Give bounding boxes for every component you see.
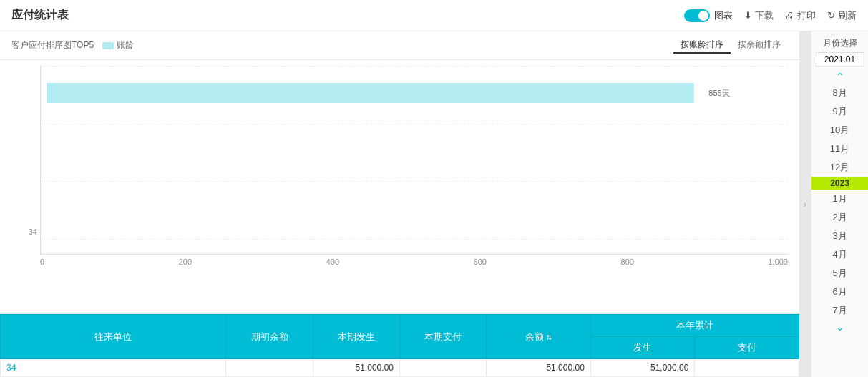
sidebar: 月份选择 ⌃ 8月 9月 10月 11月 12月 2023 1月 2月 3月 4… xyxy=(811,31,868,377)
col-payment-header: 本期支付 xyxy=(399,315,486,359)
x-axis: 0 200 400 600 800 1,000 xyxy=(11,255,788,266)
download-icon: ⬇ xyxy=(744,10,752,21)
print-icon: 🖨 xyxy=(785,10,794,21)
download-label: 下载 xyxy=(755,9,774,22)
y-axis: 34 xyxy=(11,66,40,255)
sidebar-title: 月份选择 xyxy=(823,37,857,49)
cell-opening xyxy=(226,359,313,377)
x-label-0: 0 xyxy=(40,258,44,266)
bars-container: 856天 xyxy=(41,73,788,240)
balance-sort-icon[interactable]: ⇅ xyxy=(546,333,552,341)
legend-label-2: 账龄 xyxy=(117,39,134,52)
month-item-9[interactable]: 9月 xyxy=(811,102,868,121)
sidebar-toggle-icon: › xyxy=(804,200,806,210)
x-label-200: 200 xyxy=(179,258,192,266)
cell-balance: 51,000.00 xyxy=(487,359,591,377)
month-list: 8月 9月 10月 11月 12月 2023 1月 2月 3月 4月 5月 6月… xyxy=(811,84,868,320)
chart-plot: 856天 xyxy=(40,66,788,255)
bar-chart: 34 85 xyxy=(11,66,788,266)
chart-legend: 客户应付排序图TOP5 账龄 xyxy=(11,39,134,52)
month-item-7[interactable]: 7月 xyxy=(811,301,868,320)
x-label-600: 600 xyxy=(474,258,487,266)
bar-end-label-1: 856天 xyxy=(708,88,729,99)
col-ytd-occ-header: 发生 xyxy=(590,337,695,359)
legend-item-2: 账龄 xyxy=(102,39,134,52)
y-label-34: 34 xyxy=(29,223,37,240)
month-item-4[interactable]: 4月 xyxy=(811,245,868,264)
col-occurrence-header: 本期发生 xyxy=(313,315,399,359)
col-ytd-header: 本年累计 xyxy=(590,315,799,337)
legend-item-1: 客户应付排序图TOP5 xyxy=(11,39,94,52)
col-balance-header: 余额 ⇅ xyxy=(487,315,591,359)
refresh-label: 刷新 xyxy=(838,9,857,22)
chart-toggle-label: 图表 xyxy=(714,9,733,22)
table-section: 往来单位 期初余额 本期发生 本期支付 余额 ⇅ 本年累计 发生 xyxy=(0,313,799,377)
sidebar-toggle[interactable]: › xyxy=(799,31,811,377)
month-item-3[interactable]: 3月 xyxy=(811,227,868,245)
refresh-button[interactable]: ↻ 刷新 xyxy=(827,9,857,22)
x-label-800: 800 xyxy=(621,258,634,266)
print-button[interactable]: 🖨 打印 xyxy=(785,9,816,22)
sort-tab-balance[interactable]: 按余额排序 xyxy=(731,37,788,54)
sort-tab-age[interactable]: 按账龄排序 xyxy=(673,37,731,54)
cell-unit: 34 xyxy=(1,359,226,377)
bar-row-1: 856天 xyxy=(47,79,782,107)
table-row: 34 51,000.00 51,000.00 51,000.00 xyxy=(1,359,799,377)
col-unit-header: 往来单位 xyxy=(1,315,226,359)
col-opening-header: 期初余额 xyxy=(226,315,313,359)
month-item-8[interactable]: 8月 xyxy=(811,84,868,102)
month-item-12[interactable]: 12月 xyxy=(811,158,868,177)
sidebar-down-arrow[interactable]: ⌄ xyxy=(833,320,847,334)
data-table: 往来单位 期初余额 本期发生 本期支付 余额 ⇅ 本年累计 发生 xyxy=(0,314,799,377)
col-ytd-pay-header: 支付 xyxy=(695,337,799,359)
chart-canvas: 34 85 xyxy=(0,60,799,313)
month-item-5[interactable]: 5月 xyxy=(811,264,868,283)
sidebar-up-arrow[interactable]: ⌃ xyxy=(833,69,847,84)
cell-ytd-occ: 51,000.00 xyxy=(590,359,695,377)
x-label-400: 400 xyxy=(326,258,339,266)
chart-toggle-switch[interactable] xyxy=(684,9,710,22)
legend-color-2 xyxy=(102,42,114,49)
page-title: 应付统计表 xyxy=(11,8,69,23)
chart-toggle-group[interactable]: 图表 xyxy=(684,9,733,22)
legend-label-1: 客户应付排序图TOP5 xyxy=(11,39,94,52)
bar-fill-1: 856天 xyxy=(47,83,694,103)
month-item-2[interactable]: 2月 xyxy=(811,208,868,227)
sort-tabs: 按账龄排序 按余额排序 xyxy=(673,37,788,54)
print-label: 打印 xyxy=(797,9,816,22)
cell-occurrence: 51,000.00 xyxy=(313,359,399,377)
month-item-11[interactable]: 11月 xyxy=(811,139,868,158)
grid-line xyxy=(41,66,788,67)
x-label-1000: 1,000 xyxy=(768,258,788,266)
month-item-1[interactable]: 1月 xyxy=(811,190,868,208)
cell-ytd-pay xyxy=(695,359,799,377)
month-item-10[interactable]: 10月 xyxy=(811,121,868,139)
year-label-2023: 2023 xyxy=(811,177,868,190)
download-button[interactable]: ⬇ 下载 xyxy=(744,9,774,22)
sidebar-year-input[interactable] xyxy=(816,52,864,67)
cell-payment xyxy=(399,359,486,377)
header-actions: 图表 ⬇ 下载 🖨 打印 ↻ 刷新 xyxy=(684,9,857,22)
month-item-6[interactable]: 6月 xyxy=(811,283,868,301)
unit-link[interactable]: 34 xyxy=(6,363,16,373)
refresh-icon: ↻ xyxy=(827,10,835,21)
